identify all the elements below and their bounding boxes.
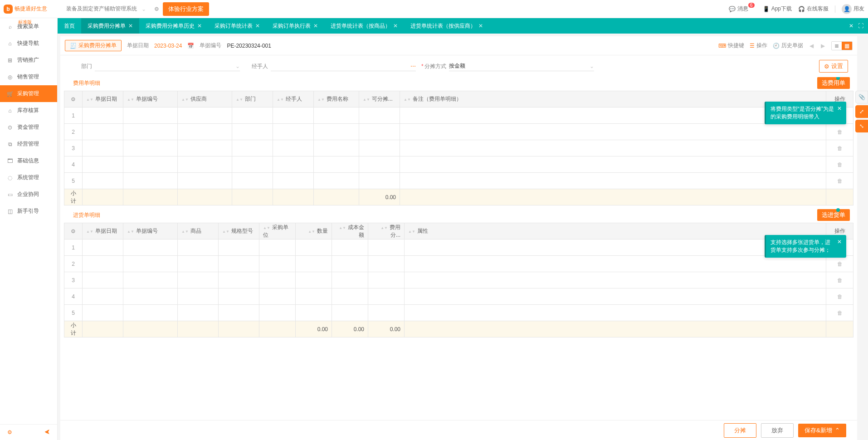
table-row[interactable]: 1🗑 — [64, 240, 853, 256]
cell[interactable] — [232, 108, 273, 124]
cell[interactable] — [123, 124, 178, 140]
cell[interactable] — [123, 305, 178, 321]
cell[interactable] — [259, 256, 296, 272]
user-menu[interactable]: 👤用友 — [842, 4, 864, 14]
cell[interactable] — [178, 124, 232, 140]
tab-5[interactable]: 进货单统计表（按商品）✕ — [324, 18, 404, 34]
sidebar-item-4[interactable]: 🛒采购管理 — [0, 85, 57, 102]
table-config-icon[interactable]: ⚙ — [64, 223, 83, 240]
tab-2[interactable]: 采购费用分摊单历史✕ — [139, 18, 208, 34]
tab-6[interactable]: 进货单统计表（按供应商）✕ — [404, 18, 489, 34]
table-row[interactable]: 2🗑 — [64, 256, 853, 272]
next-doc-icon[interactable]: ▶ — [820, 43, 826, 49]
cell[interactable] — [259, 240, 296, 256]
cell[interactable] — [219, 256, 259, 272]
cell[interactable] — [178, 240, 219, 256]
trash-icon[interactable]: 🗑 — [837, 129, 843, 135]
cell[interactable] — [332, 272, 368, 288]
close-icon[interactable]: ✕ — [837, 239, 842, 254]
select-receipt-button[interactable]: 选进货单 — [817, 209, 850, 221]
cell[interactable] — [178, 108, 232, 124]
sort-icon[interactable]: ▲▼ — [86, 230, 93, 233]
cell[interactable] — [178, 156, 232, 173]
cell[interactable] — [232, 156, 273, 173]
sort-icon[interactable]: ▲▼ — [363, 98, 370, 101]
cell[interactable] — [219, 288, 259, 305]
sort-icon[interactable]: ▲▼ — [86, 98, 93, 101]
sort-icon[interactable]: ▲▼ — [380, 227, 388, 229]
sort-icon[interactable]: ▲▼ — [408, 230, 415, 233]
view-list-icon[interactable]: ≣ — [832, 42, 842, 50]
messages-link[interactable]: 💬消息6 — [729, 5, 756, 13]
cell[interactable] — [332, 240, 368, 256]
close-icon[interactable]: ✕ — [255, 23, 260, 29]
sort-icon[interactable]: ▲▼ — [277, 98, 284, 101]
cell[interactable] — [178, 272, 219, 288]
tab-1[interactable]: 采购费用分摊单✕ — [81, 18, 139, 34]
tab-0[interactable]: 首页 — [58, 18, 81, 34]
support-link[interactable]: 🎧在线客服 — [798, 5, 829, 13]
cell[interactable] — [400, 156, 826, 173]
cell[interactable] — [123, 108, 178, 124]
table-row[interactable]: 3🗑 — [64, 140, 853, 156]
table-row[interactable]: 5🗑 — [64, 173, 853, 189]
rail-expand-icon[interactable]: ⤢ — [855, 105, 868, 118]
cell[interactable] — [83, 124, 123, 140]
sidebar-item-3[interactable]: ◎销售管理 — [0, 68, 57, 85]
settings-button[interactable]: ⚙设置 — [819, 60, 848, 73]
cell[interactable] — [296, 272, 332, 288]
cell[interactable] — [219, 240, 259, 256]
cell[interactable] — [296, 240, 332, 256]
sort-icon[interactable]: ▲▼ — [263, 227, 270, 229]
cell[interactable] — [332, 288, 368, 305]
operate-link[interactable]: ☰操作 — [750, 42, 767, 49]
cell[interactable] — [178, 288, 219, 305]
view-card-icon[interactable]: ▦ — [842, 42, 852, 50]
sidebar-item-1[interactable]: ⌂快捷导航 — [0, 35, 57, 52]
cell[interactable] — [368, 272, 405, 288]
history-link[interactable]: 🕘历史单据 — [773, 42, 803, 49]
cell[interactable] — [123, 156, 178, 173]
cell[interactable] — [405, 288, 826, 305]
cell[interactable] — [123, 256, 178, 272]
try-industry-button[interactable]: 体验行业方案 — [163, 2, 209, 16]
trash-icon[interactable]: 🗑 — [837, 178, 843, 184]
cell[interactable] — [368, 256, 405, 272]
cell[interactable] — [123, 173, 178, 189]
cell[interactable] — [83, 256, 123, 272]
cell[interactable] — [83, 140, 123, 156]
sort-icon[interactable]: ▲▼ — [181, 230, 189, 233]
cell[interactable] — [83, 240, 123, 256]
close-icon[interactable]: ✕ — [478, 23, 483, 29]
select-expense-button[interactable]: 选费用单 — [817, 77, 850, 89]
cell[interactable] — [359, 108, 400, 124]
cell[interactable] — [332, 256, 368, 272]
rail-collapse-icon[interactable]: ⤡ — [855, 120, 868, 132]
table-row[interactable]: 4🗑 — [64, 288, 853, 305]
doc-type-tab[interactable]: 🧾采购费用分摊单 — [65, 40, 122, 51]
trash-icon[interactable]: 🗑 — [837, 145, 843, 152]
cell[interactable] — [123, 288, 178, 305]
sidebar-item-5[interactable]: ⌂库存核算 — [0, 102, 57, 119]
cell[interactable] — [273, 140, 314, 156]
sidebar-item-8[interactable]: 🗔基础信息 — [0, 152, 57, 169]
cell[interactable] — [178, 256, 219, 272]
table-row[interactable]: 3🗑 — [64, 272, 853, 288]
sidebar-settings-icon[interactable]: ⚙ — [7, 429, 12, 435]
discard-button[interactable]: 放弃 — [761, 423, 794, 438]
cell[interactable] — [296, 305, 332, 321]
cell[interactable] — [123, 272, 178, 288]
cell[interactable] — [368, 305, 405, 321]
trash-icon[interactable]: 🗑 — [837, 161, 843, 168]
sidebar-item-9[interactable]: ◌系统管理 — [0, 169, 57, 186]
cell[interactable] — [400, 108, 826, 124]
cell[interactable] — [123, 140, 178, 156]
cell[interactable] — [400, 124, 826, 140]
sort-icon[interactable]: ▲▼ — [339, 227, 346, 229]
cell[interactable] — [273, 124, 314, 140]
trash-icon[interactable]: 🗑 — [837, 261, 843, 267]
sidebar-item-7[interactable]: ⧉经营管理 — [0, 136, 57, 152]
cell[interactable] — [83, 305, 123, 321]
cell[interactable] — [314, 156, 359, 173]
sidebar-item-2[interactable]: ⊞营销推广 — [0, 52, 57, 68]
